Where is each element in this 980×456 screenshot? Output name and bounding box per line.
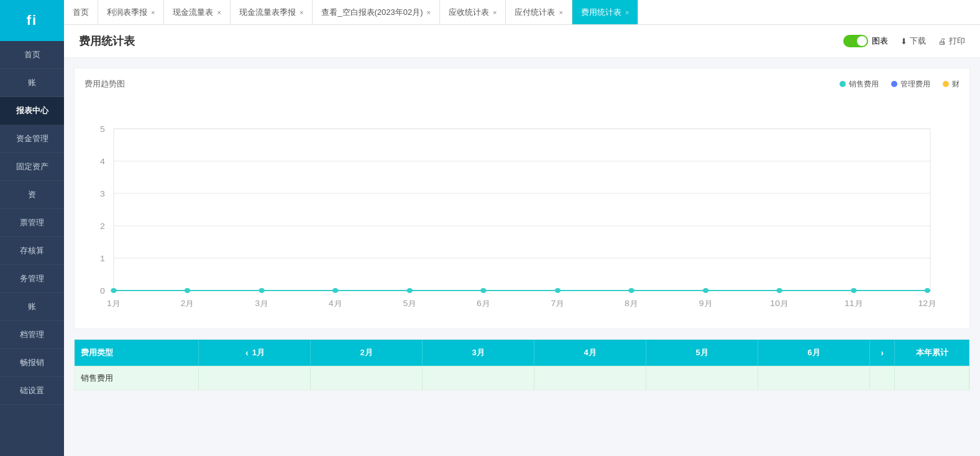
tab-close-icon[interactable]: × — [151, 9, 155, 16]
table-col-4: 4月 — [534, 340, 646, 366]
print-label: 打印 — [949, 35, 965, 47]
sidebar-item-settings[interactable]: 础设置 — [0, 377, 64, 405]
tab-close-icon[interactable]: × — [427, 9, 431, 16]
tab-close-icon[interactable]: × — [300, 9, 303, 16]
page-title: 费用统计表 — [79, 34, 135, 49]
sidebar: fi 首页 账 报表中心 资金管理 固定资产 资 票管理 存核算 务管理 账 档… — [0, 0, 64, 456]
sidebar-item-account[interactable]: 账 — [0, 69, 64, 97]
tab-expense-stats[interactable]: 费用统计表 × — [572, 0, 638, 25]
svg-point-19 — [555, 288, 561, 293]
table-col-2: 2月 — [311, 340, 423, 366]
table-cell-4 — [534, 366, 646, 390]
sidebar-item-assets[interactable]: 固定资产 — [0, 153, 64, 181]
main-area: 首页 利润表季报 × 现金流量表 × 现金流量表季报 × 查看_空白报表(202… — [64, 0, 980, 456]
svg-text:10月: 10月 — [770, 299, 789, 308]
sidebar-item-archive[interactable]: 档管理 — [0, 321, 64, 349]
svg-text:2: 2 — [100, 222, 105, 231]
table-col-3: 3月 — [423, 340, 534, 366]
sidebar-item-capital[interactable]: 资 — [0, 181, 64, 209]
table-cell-nav — [870, 366, 895, 390]
tab-label: 现金流量表 — [173, 7, 213, 18]
svg-text:6月: 6月 — [477, 299, 490, 308]
svg-rect-12 — [114, 129, 930, 291]
header-actions: 图表 ⬇ 下载 🖨 打印 — [843, 35, 965, 47]
tab-close-icon[interactable]: × — [559, 9, 562, 16]
svg-point-14 — [185, 288, 190, 293]
legend-dot-finance — [943, 81, 949, 87]
legend-manage: 管理费用 — [891, 79, 930, 90]
sidebar-item-report-center[interactable]: 报表中心 — [0, 97, 64, 125]
tab-payable[interactable]: 应付统计表 × — [506, 0, 572, 25]
download-icon: ⬇ — [900, 37, 907, 46]
table-cell-6 — [758, 366, 870, 390]
tab-blank-report[interactable]: 查看_空白报表(2023年02月) × — [313, 0, 440, 25]
tab-close-icon[interactable]: × — [625, 9, 629, 16]
tab-label: 利润表季报 — [107, 7, 147, 18]
table-col-6: 6月 — [758, 340, 870, 366]
tab-close-icon[interactable]: × — [493, 9, 497, 16]
chart-section: 费用趋势图 销售费用 管理费用 财 — [74, 68, 970, 329]
svg-text:5月: 5月 — [403, 299, 416, 308]
tab-close-icon[interactable]: × — [217, 9, 221, 16]
table-col-nav[interactable]: › — [870, 340, 895, 366]
table-cell-2 — [311, 366, 423, 390]
tab-home[interactable]: 首页 — [64, 0, 98, 25]
svg-point-22 — [776, 288, 782, 293]
table-cell-type: 销售费用 — [75, 366, 199, 390]
sidebar-item-service[interactable]: 务管理 — [0, 265, 64, 293]
next-month-button[interactable]: › — [879, 348, 885, 358]
sidebar-item-ledger[interactable]: 账 — [0, 293, 64, 321]
chart-toggle-label: 图表 — [872, 35, 888, 47]
tab-cashflow-quarterly[interactable]: 现金流量表季报 × — [231, 0, 313, 25]
table-col-type: 费用类型 — [75, 340, 199, 366]
svg-point-23 — [851, 288, 856, 293]
svg-point-17 — [407, 288, 413, 293]
svg-text:12月: 12月 — [918, 299, 937, 308]
svg-point-16 — [332, 288, 338, 293]
sidebar-item-fund[interactable]: 资金管理 — [0, 125, 64, 153]
svg-text:7月: 7月 — [551, 299, 565, 308]
sidebar-item-home[interactable]: 首页 — [0, 41, 64, 69]
tab-receivable[interactable]: 应收统计表 × — [440, 0, 506, 25]
table-cell-3 — [423, 366, 534, 390]
sidebar-item-invoice[interactable]: 票管理 — [0, 209, 64, 237]
prev-month-button[interactable]: ‹ — [244, 348, 250, 358]
chart-toggle[interactable] — [843, 35, 868, 47]
download-button[interactable]: ⬇ 下载 — [900, 35, 926, 47]
legend-label-manage: 管理费用 — [900, 79, 930, 90]
svg-point-13 — [111, 288, 116, 293]
legend-label-sales: 销售费用 — [849, 79, 879, 90]
tab-profit-quarterly[interactable]: 利润表季报 × — [98, 0, 164, 25]
legend-sales: 销售费用 — [840, 79, 879, 90]
tab-cashflow[interactable]: 现金流量表 × — [164, 0, 230, 25]
svg-text:3月: 3月 — [255, 299, 268, 308]
svg-point-20 — [628, 288, 634, 293]
table-header-row: 费用类型 ‹ 1月 2月 3月 4月 5月 6月 › 本年累计 — [75, 340, 969, 366]
sidebar-item-expense[interactable]: 畅报销 — [0, 349, 64, 377]
print-button[interactable]: 🖨 打印 — [938, 35, 965, 47]
chart-container: 0 1 2 3 4 5 — [85, 95, 959, 319]
table-section: 费用类型 ‹ 1月 2月 3月 4月 5月 6月 › 本年累计 销售费用 — [74, 339, 970, 391]
svg-text:0: 0 — [100, 287, 105, 295]
print-icon: 🖨 — [938, 37, 946, 46]
table-row: 销售费用 — [75, 366, 969, 390]
legend-dot-manage — [891, 81, 897, 87]
svg-text:9月: 9月 — [699, 299, 713, 308]
chart-svg: 0 1 2 3 4 5 — [85, 95, 959, 319]
legend-finance: 财 — [943, 79, 959, 90]
chart-legend: 销售费用 管理费用 财 — [840, 79, 959, 90]
svg-point-21 — [703, 288, 708, 293]
svg-text:1月: 1月 — [107, 299, 121, 308]
svg-text:4: 4 — [100, 157, 105, 166]
legend-dot-sales — [840, 81, 846, 87]
svg-text:1: 1 — [100, 254, 105, 263]
sidebar-item-inventory[interactable]: 存核算 — [0, 237, 64, 265]
download-label: 下载 — [910, 35, 926, 47]
chart-toggle-wrap: 图表 — [843, 35, 888, 47]
tab-label: 查看_空白报表(2023年02月) — [321, 7, 423, 18]
table-cell-1 — [199, 366, 311, 390]
tab-label: 费用统计表 — [581, 7, 621, 18]
table-col-1-label: 1月 — [252, 347, 265, 358]
table-cell-5 — [646, 366, 758, 390]
tab-label: 应付统计表 — [515, 7, 555, 18]
